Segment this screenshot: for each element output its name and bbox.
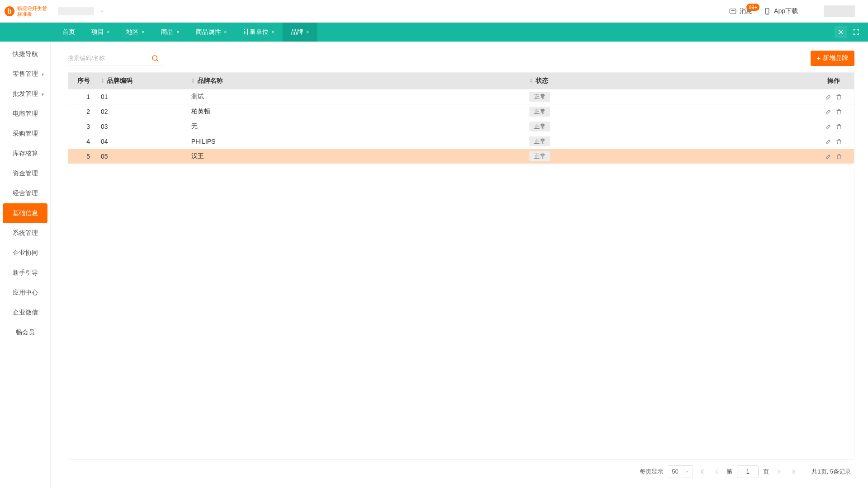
add-brand-label: 新增品牌 — [823, 54, 848, 62]
sidebar-item-label: 系统管理 — [13, 229, 38, 237]
tab-label: 品牌 — [291, 28, 303, 36]
col-code[interactable]: ▲▼ 品牌编码 — [95, 77, 186, 85]
cell-name: PHILIPS — [186, 138, 524, 145]
col-status[interactable]: ▲▼ 状态 — [524, 77, 813, 85]
main-content: + 新增品牌 序号 ▲▼ 品牌编码 ▲▼ 品牌名称 ▲▼ 状态 操作 101测试… — [54, 42, 868, 488]
cell-ops — [813, 153, 854, 160]
edit-icon[interactable] — [825, 153, 832, 160]
sidebar-item-新手引导[interactable]: 新手引导 — [0, 263, 50, 283]
sidebar-item-库存核算[interactable]: 库存核算 — [0, 144, 50, 164]
tab-商品[interactable]: 商品× — [153, 23, 188, 42]
org-placeholder — [58, 7, 94, 15]
sidebar-item-采购管理[interactable]: 采购管理 — [0, 124, 50, 144]
sidebar-item-快捷导航[interactable]: 快捷导航 — [0, 44, 50, 64]
page-suffix: 页 — [763, 468, 769, 476]
cell-code: 04 — [95, 138, 186, 145]
first-page-button[interactable] — [698, 469, 708, 475]
edit-icon[interactable] — [825, 108, 832, 115]
sidebar-item-系统管理[interactable]: 系统管理 — [0, 223, 50, 243]
col-seq-label: 序号 — [77, 77, 90, 85]
next-page-button[interactable] — [774, 469, 783, 475]
fullscreen-button[interactable] — [850, 26, 863, 38]
delete-icon[interactable] — [835, 123, 842, 130]
sidebar-item-label: 资金管理 — [13, 169, 38, 178]
table-row[interactable]: 101测试正常 — [68, 89, 854, 104]
close-icon[interactable]: × — [271, 29, 274, 35]
close-icon[interactable]: × — [176, 29, 179, 35]
sidebar-item-批发管理[interactable]: 批发管理▾ — [0, 84, 50, 104]
add-brand-button[interactable]: + 新增品牌 — [811, 51, 854, 66]
sidebar-item-label: 经营管理 — [13, 189, 38, 197]
cell-code: 02 — [95, 108, 186, 115]
close-icon[interactable]: × — [224, 29, 227, 35]
table-row[interactable]: 404PHILIPS正常 — [68, 134, 854, 149]
sidebar-item-企业微信[interactable]: 企业微信 — [0, 303, 50, 323]
edit-icon[interactable] — [825, 94, 832, 100]
sidebar-item-label: 批发管理 — [13, 90, 38, 98]
close-icon[interactable]: × — [142, 29, 145, 35]
cell-status: 正常 — [524, 107, 813, 117]
delete-icon[interactable] — [835, 153, 842, 160]
sidebar-item-label: 库存核算 — [13, 150, 38, 158]
sidebar-item-经营管理[interactable]: 经营管理 — [0, 183, 50, 203]
sidebar-item-label: 企业协同 — [13, 249, 38, 257]
tab-label: 商品属性 — [196, 28, 221, 36]
cell-name: 无 — [186, 122, 524, 131]
sidebar-item-label: 快捷导航 — [13, 50, 38, 58]
tab-label: 计量单位 — [243, 28, 269, 36]
close-all-tabs-button[interactable] — [835, 26, 847, 38]
cell-seq: 3 — [68, 123, 95, 130]
tab-地区[interactable]: 地区× — [118, 23, 153, 42]
cell-status: 正常 — [524, 122, 813, 131]
table-row[interactable]: 202柏英顿正常 — [68, 104, 854, 119]
cell-seq: 5 — [68, 153, 95, 160]
edit-icon[interactable] — [825, 138, 832, 145]
sidebar-item-label: 采购管理 — [13, 130, 38, 138]
sidebar-item-资金管理[interactable]: 资金管理 — [0, 164, 50, 183]
tab-首页[interactable]: 首页 — [54, 23, 83, 42]
cell-ops — [813, 123, 854, 130]
sidebar-item-零售管理[interactable]: 零售管理▾ — [0, 64, 50, 84]
table-body: 101测试正常202柏英顿正常303无正常404PHILIPS正常505汉王正常 — [68, 89, 854, 459]
table-row[interactable]: 505汉王正常 — [68, 149, 854, 164]
logo-icon: b — [5, 6, 14, 16]
close-icon[interactable]: × — [107, 29, 110, 35]
tab-项目[interactable]: 项目× — [83, 23, 118, 42]
last-page-button[interactable] — [788, 469, 798, 475]
tab-商品属性[interactable]: 商品属性× — [188, 23, 235, 42]
delete-icon[interactable] — [835, 94, 842, 100]
col-seq[interactable]: 序号 — [68, 77, 95, 85]
page-size-select[interactable]: 50 — [668, 465, 693, 478]
org-selector[interactable] — [58, 7, 105, 15]
svg-line-6 — [156, 60, 158, 61]
app-download-button[interactable]: App下载 — [763, 7, 798, 15]
sidebar-item-应用中心[interactable]: 应用中心 — [0, 283, 50, 303]
search-box — [68, 51, 163, 66]
prev-page-button[interactable] — [712, 469, 722, 475]
tab-计量单位[interactable]: 计量单位× — [235, 23, 283, 42]
message-icon — [729, 7, 737, 15]
close-icon[interactable]: × — [306, 29, 309, 35]
delete-icon[interactable] — [835, 138, 842, 145]
chevron-down-icon — [99, 9, 105, 14]
search-icon[interactable] — [151, 54, 163, 62]
edit-icon[interactable] — [825, 123, 832, 130]
tab-品牌[interactable]: 品牌× — [283, 23, 317, 42]
search-input[interactable] — [68, 55, 151, 61]
sidebar-item-畅会员[interactable]: 畅会员 — [0, 323, 50, 343]
sort-icon: ▲▼ — [101, 78, 104, 84]
delete-icon[interactable] — [835, 108, 842, 115]
sort-icon: ▲▼ — [191, 78, 195, 84]
messages-button[interactable]: 消息 99+ — [729, 7, 752, 15]
page-input[interactable] — [737, 465, 759, 478]
sidebar-item-电商管理[interactable]: 电商管理 — [0, 104, 50, 124]
col-ops: 操作 — [813, 77, 854, 85]
col-name[interactable]: ▲▼ 品牌名称 — [186, 77, 524, 85]
sidebar-item-基础信息[interactable]: 基础信息 — [3, 203, 47, 223]
sidebar-item-企业协同[interactable]: 企业协同 — [0, 243, 50, 263]
tab-label: 项目 — [91, 28, 104, 36]
cell-code: 01 — [95, 93, 186, 100]
avatar[interactable] — [824, 5, 855, 17]
logo-line2: 标准版 — [17, 12, 47, 17]
table-row[interactable]: 303无正常 — [68, 119, 854, 134]
